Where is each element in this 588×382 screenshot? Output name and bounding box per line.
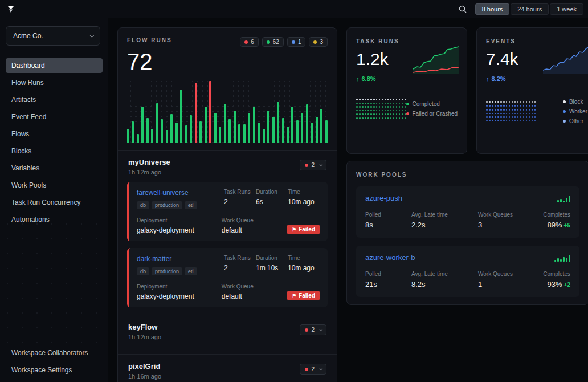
matrix-dot	[365, 106, 366, 108]
flow-group-myuniverse[interactable]: myUniverse 1h 12m ago 2	[127, 151, 328, 182]
events-delta: ↑ 8.2%	[486, 75, 587, 82]
flow-run-bar[interactable]	[291, 107, 293, 143]
deployment-link[interactable]: galaxy-deployment	[137, 226, 194, 234]
sidebar-item-variables[interactable]: Variables	[6, 161, 103, 176]
flow-status-badges: 66213	[240, 37, 328, 47]
search-icon[interactable]	[458, 5, 467, 14]
flow-run-bar[interactable]	[209, 81, 211, 143]
flow-status-badge[interactable]: 1	[287, 37, 306, 47]
flow-run-bar[interactable]	[224, 104, 226, 143]
matrix-dot	[359, 113, 361, 115]
work-pool-name-link[interactable]: azure-push	[365, 194, 402, 202]
flow-run-bar[interactable]	[156, 103, 158, 143]
flow-run-bar[interactable]	[205, 107, 207, 143]
matrix-dot	[512, 109, 513, 111]
flow-run-bar[interactable]	[277, 102, 279, 143]
sidebar-item-flow-runs[interactable]: Flow Runs	[6, 75, 103, 90]
flow-run-bar[interactable]	[214, 113, 217, 143]
flow-run-bar[interactable]	[151, 129, 153, 143]
flow-run-bar[interactable]	[146, 118, 149, 143]
flow-status-badge[interactable]: 3	[309, 37, 328, 47]
group-count-badge[interactable]: 2	[300, 160, 326, 170]
flow-run-bar[interactable]	[301, 113, 303, 143]
sidebar-item-event-feed[interactable]: Event Feed	[6, 109, 103, 124]
time-range-8-hours[interactable]: 8 hours	[475, 3, 510, 15]
flow-run-name-link[interactable]: dark-matter	[137, 255, 172, 263]
matrix-dot	[503, 113, 505, 115]
prefect-logo[interactable]	[6, 4, 16, 14]
sidebar-item-automations[interactable]: Automations	[6, 212, 103, 227]
matrix-dot	[393, 113, 395, 115]
flow-group-pixelgrid[interactable]: pixelGrid 1h 16m ago 2	[127, 355, 328, 382]
stat-polled: Polled 21s	[365, 271, 381, 288]
flow-run-bar[interactable]	[272, 117, 275, 143]
flow-run-bar[interactable]	[306, 104, 308, 143]
work-pool-name-link[interactable]: azure-worker-b	[365, 253, 415, 262]
sidebar-item-workspace-collaborators[interactable]: Workspace Collaborators	[6, 346, 103, 360]
group-count-badge[interactable]: 2	[300, 364, 326, 375]
flow-run-bar[interactable]	[311, 123, 313, 143]
matrix-dot	[517, 105, 519, 107]
matrix-dot	[368, 99, 369, 100]
flow-group-keyflow[interactable]: keyFlow 1h 12m ago 2	[127, 315, 328, 347]
flow-run-bar[interactable]	[195, 83, 197, 143]
matrix-dot	[387, 106, 389, 108]
flow-run-bar[interactable]	[263, 129, 265, 143]
deployment-link[interactable]: galaxy-deployment	[137, 292, 194, 300]
flow-run-bar[interactable]	[267, 111, 270, 143]
sidebar-item-dashboard[interactable]: Dashboard	[6, 58, 103, 73]
flow-status-badge[interactable]: 6	[240, 37, 259, 47]
work-pool-card: azure-push Polled 8s Avg. Late time 2.2s…	[356, 186, 579, 238]
flow-run-bar[interactable]	[127, 129, 129, 143]
flow-run-bar[interactable]	[253, 107, 255, 143]
flow-run-bar[interactable]	[258, 123, 260, 143]
time-range-1-week[interactable]: 1 week	[550, 3, 583, 15]
flow-run-bar[interactable]	[248, 113, 250, 143]
flow-run-bar[interactable]	[228, 119, 231, 143]
group-count-badge[interactable]: 2	[300, 324, 326, 335]
flow-run-bar[interactable]	[175, 123, 178, 143]
work-queue-link[interactable]: default	[222, 226, 254, 234]
matrix-dot	[390, 117, 392, 119]
sidebar-item-flows[interactable]: Flows	[6, 127, 103, 141]
flow-run-bar[interactable]	[132, 121, 134, 143]
workspace-selector[interactable]: Acme Co.	[6, 26, 100, 46]
tag: db	[137, 267, 149, 275]
flow-run-bar[interactable]	[166, 130, 168, 143]
sidebar-item-task-run-concurrency[interactable]: Task Run Concurrency	[6, 195, 103, 210]
flow-run-bar[interactable]	[325, 120, 328, 143]
stat-time: Time 10m ago	[288, 189, 320, 206]
flow-run-bar[interactable]	[243, 124, 246, 143]
matrix-dot	[532, 105, 533, 107]
flow-run-bar[interactable]	[234, 111, 236, 143]
matrix-dot	[359, 103, 361, 104]
matrix-dot	[495, 120, 496, 122]
work-queue-link[interactable]: default	[222, 292, 254, 300]
matrix-dot	[365, 103, 366, 104]
flow-run-bar[interactable]	[320, 109, 322, 143]
flow-run-bar[interactable]	[296, 120, 299, 143]
sidebar-item-workspace-settings[interactable]: Workspace Settings	[6, 363, 103, 377]
sidebar-item-work-pools[interactable]: Work Pools	[6, 178, 103, 193]
flow-run-name-link[interactable]: farewell-universe	[137, 189, 189, 197]
flow-run-bar[interactable]	[287, 127, 289, 143]
flow-run-bar[interactable]	[185, 125, 187, 143]
flow-run-bar[interactable]	[180, 90, 182, 143]
matrix-dot	[402, 99, 403, 100]
flow-run-bar[interactable]	[316, 117, 318, 143]
flow-run-bar[interactable]	[161, 119, 163, 143]
flow-run-bar[interactable]	[170, 114, 173, 143]
flow-run-bar[interactable]	[238, 124, 240, 143]
matrix-dot	[532, 113, 533, 115]
flow-run-bar[interactable]	[141, 107, 144, 143]
time-range-24-hours[interactable]: 24 hours	[511, 3, 549, 15]
sidebar-item-blocks[interactable]: Blocks	[6, 144, 103, 159]
flow-run-bar[interactable]	[190, 115, 192, 143]
flow-status-badge[interactable]: 62	[262, 37, 284, 47]
matrix-dot	[495, 101, 496, 103]
flow-run-bar[interactable]	[199, 121, 202, 143]
sidebar-item-artifacts[interactable]: Artifacts	[6, 92, 103, 107]
flow-run-bar[interactable]	[219, 127, 221, 143]
flow-run-bar[interactable]	[282, 118, 284, 143]
flow-run-bar[interactable]	[137, 134, 139, 143]
